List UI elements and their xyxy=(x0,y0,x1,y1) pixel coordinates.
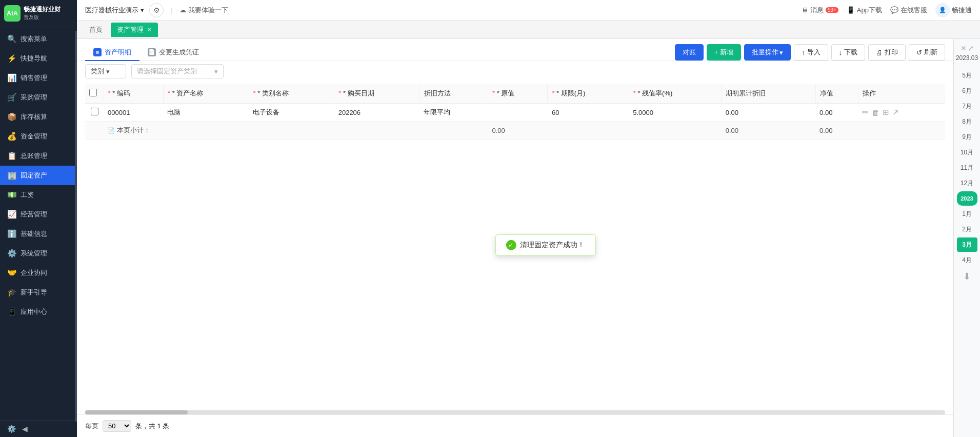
sidebar-item-app-center[interactable]: 📱 应用中心 xyxy=(0,302,77,322)
batch-button[interactable]: 批量操作 ▾ xyxy=(744,44,791,61)
company-settings-icon[interactable]: ⚙ xyxy=(149,3,164,17)
experience-button[interactable]: ☁ 我要体验一下 xyxy=(179,6,228,15)
account-button[interactable]: 对账 xyxy=(675,44,704,61)
sidebar-item-management[interactable]: 📈 经营管理 xyxy=(0,205,77,224)
sidebar-item-sales[interactable]: 📊 销售管理 xyxy=(0,68,77,88)
refresh-button[interactable]: ↺ 刷新 xyxy=(909,44,945,61)
horizontal-scroll-thumb[interactable] xyxy=(85,410,188,414)
experience-label: 我要体验一下 xyxy=(188,6,228,15)
panel-spacer xyxy=(967,64,967,68)
month-1[interactable]: 1月 xyxy=(957,207,977,221)
app-download-label: App下载 xyxy=(857,6,882,15)
year-2023[interactable]: 2023 xyxy=(957,191,977,206)
panel-year-label: 2023.03 xyxy=(956,54,978,62)
month-11[interactable]: 11月 xyxy=(957,161,977,175)
month-9[interactable]: 9月 xyxy=(957,130,977,144)
app-download-button[interactable]: 📱 App下载 xyxy=(847,6,882,15)
more-icon[interactable]: ↗ xyxy=(892,108,899,117)
new-button[interactable]: + 新增 xyxy=(707,44,741,61)
category-input[interactable]: 请选择固定资产类别 ▾ xyxy=(131,64,224,78)
month-4[interactable]: 4月 xyxy=(957,253,977,267)
settings-gear-icon[interactable]: ⚙️ xyxy=(7,425,16,433)
th-net-value: 净值 xyxy=(815,84,858,104)
sidebar-item-quick-nav[interactable]: ⚡ 快捷导航 xyxy=(0,49,77,68)
sidebar-item-guide[interactable]: 🎓 新手引导 xyxy=(0,283,77,302)
company-selector[interactable]: 医疗器械行业演示 ▾ xyxy=(85,6,144,15)
main-content: ≡ 资产明细 📄 变更生成凭证 对账 + 新增 批量操作 ▾ xyxy=(77,39,953,437)
service-icon: 💬 xyxy=(890,6,898,14)
th-period-accumulated: 期初累计折旧 xyxy=(722,84,815,104)
download-button[interactable]: ↓ 下载 xyxy=(831,44,866,61)
sidebar-item-enterprise[interactable]: 🤝 企业协同 xyxy=(0,263,77,283)
tab-close-icon[interactable]: ✕ xyxy=(147,26,152,33)
search-icon: 🔍 xyxy=(7,34,16,44)
success-toast: ✓ 清理固定资产成功！ xyxy=(495,234,595,255)
filter-dropdown-icon: ▾ xyxy=(106,68,110,75)
delete-icon[interactable]: 🗑 xyxy=(872,108,879,117)
row-actions: ✏ 🗑 ⊞ ↗ xyxy=(862,108,941,117)
collapse-icon[interactable]: ◀ xyxy=(22,425,28,433)
sidebar-item-fund[interactable]: 💰 资金管理 xyxy=(0,127,77,146)
panel-down-icon[interactable]: ⬇ xyxy=(963,271,971,282)
user-profile[interactable]: 👤 畅捷通 xyxy=(935,3,972,17)
ledger-icon: 📋 xyxy=(7,151,16,161)
print-button[interactable]: 🖨 打印 xyxy=(868,44,906,61)
panel-expand-icon[interactable]: ⤢ xyxy=(968,44,974,52)
import-icon: ↑ xyxy=(802,49,805,56)
th-depreciation-method: 折旧方法 xyxy=(419,84,488,104)
month-3-current[interactable]: 3月 xyxy=(957,237,977,252)
edit-icon[interactable]: ✏ xyxy=(862,108,869,117)
voucher-icon: 📄 xyxy=(148,48,156,56)
message-button[interactable]: 🖥 消息 99+ xyxy=(802,6,838,15)
th-period: * 期限(月) xyxy=(548,84,629,104)
sidebar-item-label: 基础信息 xyxy=(21,229,47,239)
row-checkbox-cell xyxy=(85,104,104,122)
month-7[interactable]: 7月 xyxy=(957,99,977,113)
online-service-button[interactable]: 💬 在线客服 xyxy=(890,6,927,15)
th-code: * 编码 xyxy=(104,84,163,104)
month-10[interactable]: 10月 xyxy=(957,145,977,160)
batch-dropdown-icon: ▾ xyxy=(779,49,783,56)
sidebar-item-label: 经营管理 xyxy=(21,210,47,219)
message-badge: 99+ xyxy=(826,7,838,13)
panel-bottom-icon[interactable]: ⬇ xyxy=(963,271,971,282)
sidebar-item-system[interactable]: ⚙️ 系统管理 xyxy=(0,244,77,263)
sidebar-item-payroll[interactable]: 💵 工资 xyxy=(0,185,77,205)
row-checkbox[interactable] xyxy=(91,108,98,115)
horizontal-scrollbar[interactable] xyxy=(85,410,945,414)
tab-asset-mgmt[interactable]: 资产管理 ✕ xyxy=(111,23,158,37)
fund-icon: 💰 xyxy=(7,132,16,141)
import-button[interactable]: ↑ 导入 xyxy=(794,44,828,61)
per-page-select[interactable]: 50 100 xyxy=(103,420,131,432)
download-icon: 📱 xyxy=(847,6,855,14)
copy-icon[interactable]: ⊞ xyxy=(883,108,889,117)
app-logo: AtA xyxy=(4,5,21,22)
month-6[interactable]: 6月 xyxy=(957,84,977,98)
table-header-row: * 编码 * 资产名称 * 类别名称 * 购买日期 折旧方法 * 原值 * 期限… xyxy=(85,84,945,104)
app-subtitle: 普及版 xyxy=(24,14,61,21)
month-2[interactable]: 2月 xyxy=(957,222,977,236)
tab-home[interactable]: 首页 xyxy=(83,23,109,37)
month-8[interactable]: 8月 xyxy=(957,114,977,129)
enterprise-icon: 🤝 xyxy=(7,268,16,277)
sub-tab-asset-detail[interactable]: ≡ 资产明细 xyxy=(85,45,139,61)
sidebar-item-fixed-assets[interactable]: 🏢 固定资产 xyxy=(0,166,77,185)
username: 畅捷通 xyxy=(952,6,972,15)
sidebar-item-label: 系统管理 xyxy=(21,249,47,258)
row-category: 电子设备 xyxy=(249,104,334,122)
select-all-checkbox[interactable] xyxy=(89,89,97,96)
panel-close-icon[interactable]: ✕ xyxy=(961,44,967,52)
sidebar-item-inventory[interactable]: 📦 库存核算 xyxy=(0,107,77,127)
sidebar-item-purchase[interactable]: 🛒 采购管理 xyxy=(0,88,77,107)
sidebar-item-ledger[interactable]: 📋 总账管理 xyxy=(0,146,77,166)
tab-home-label: 首页 xyxy=(89,25,103,34)
month-12[interactable]: 12月 xyxy=(957,176,977,190)
sub-tab-voucher[interactable]: 📄 变更生成凭证 xyxy=(139,45,207,61)
sidebar-item-basic-info[interactable]: ℹ️ 基础信息 xyxy=(0,224,77,244)
basic-info-icon: ℹ️ xyxy=(7,229,16,239)
sidebar-item-search[interactable]: 🔍 搜索菜单 xyxy=(0,29,77,49)
category-filter[interactable]: 类别 ▾ xyxy=(85,64,126,78)
th-actions: 操作 xyxy=(858,84,945,104)
quick-nav-icon: ⚡ xyxy=(7,54,16,63)
month-5[interactable]: 5月 xyxy=(957,68,977,83)
